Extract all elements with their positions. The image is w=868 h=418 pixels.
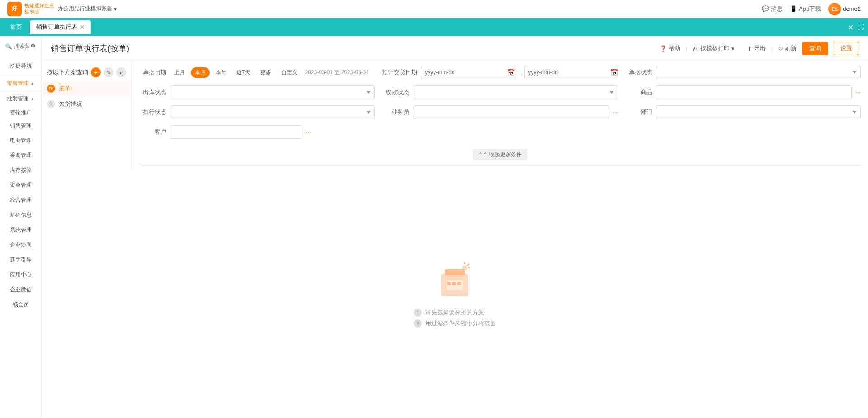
breadcrumb[interactable]: 办公用品行业模拟账套 ▾ xyxy=(58,5,117,13)
sidebar-item-ecommerce[interactable]: 电商管理 xyxy=(0,133,41,148)
delivery-status-field: 出库状态 xyxy=(139,86,375,99)
sidebar-section-wholesale: 批发管理 ▲ 营销推广 销售管理 xyxy=(0,91,41,133)
download-icon: 📱 xyxy=(790,5,797,12)
sidebar-sub-sales[interactable]: 销售管理 xyxy=(0,119,41,133)
collapse-sidebar-button[interactable]: « xyxy=(116,67,126,77)
sidebar: 🔍 搜索菜单 快捷导航 零售管理 ▲ 批发管理 ▲ 营销推广 销售管理 xyxy=(0,36,42,418)
filter-form: 单据日期 上月 本月 本年 近7天 更多 自定义 2023-03-01 至 20… xyxy=(132,60,868,170)
export-button[interactable]: ⬆ 导出 xyxy=(747,44,766,52)
sidebar-item-enterprise[interactable]: 企业协同 xyxy=(0,238,41,252)
empty-state: 1 请先选择要分析的方案 2 用过滤条件来缩小分析范围 xyxy=(414,258,496,330)
refresh-button[interactable]: ↻ 刷新 xyxy=(778,44,797,52)
filter-row-3: 执行状态 业务员 ··· 部门 xyxy=(139,105,861,119)
settings-button[interactable]: 设置 xyxy=(834,42,859,55)
expand-tab-action[interactable]: ⛶ xyxy=(857,23,864,32)
app-download-button[interactable]: 📱 App下载 xyxy=(790,5,821,13)
svg-rect-8 xyxy=(452,282,456,285)
date-tag-more[interactable]: 更多 xyxy=(256,67,275,78)
filter-sidebar: 按以下方案查询 + ✎ « 按 按单 欠 欠货情况 xyxy=(42,60,132,170)
payment-label: 收款状态 xyxy=(382,88,409,96)
filter-sidebar-header: 按以下方案查询 + ✎ « xyxy=(42,66,132,81)
customer-more-icon[interactable]: ··· xyxy=(306,128,311,136)
date-tag-this-month[interactable]: 本月 xyxy=(191,67,210,78)
filter-actions: + ✎ « xyxy=(91,67,126,77)
product-label: 商品 xyxy=(625,88,652,96)
print-icon: 🖨 xyxy=(693,45,698,52)
date-tag-7days[interactable]: 近7天 xyxy=(232,67,255,78)
close-tab-action[interactable]: ✕ xyxy=(848,23,854,32)
tab-bar: 首页 销售订单执行表 ✕ ✕ ⛶ xyxy=(0,18,868,36)
salesperson-more-icon[interactable]: ··· xyxy=(613,109,618,116)
department-select[interactable] xyxy=(656,105,861,119)
sidebar-section-retail: 零售管理 ▲ xyxy=(0,76,41,91)
add-plan-button[interactable]: + xyxy=(91,67,101,77)
message-button[interactable]: 💬 消息 xyxy=(762,5,783,13)
date-tag-custom[interactable]: 自定义 xyxy=(277,67,302,78)
department-field: 部门 xyxy=(625,105,861,119)
query-button[interactable]: 查询 xyxy=(802,42,828,55)
sidebar-item-management[interactable]: 经营管理 xyxy=(0,193,41,208)
date-calendar-icon-start[interactable]: 📅 xyxy=(507,69,515,76)
edit-plan-button[interactable]: ✎ xyxy=(104,67,113,77)
step-num-1: 1 xyxy=(414,309,422,317)
sidebar-item-member[interactable]: 畅会员 xyxy=(0,297,41,312)
salesperson-field: 业务员 ··· xyxy=(382,105,618,119)
filter-row-4: 客户 ··· xyxy=(139,125,861,139)
sidebar-item-finance[interactable]: 资金管理 xyxy=(0,178,41,193)
tab-close-icon[interactable]: ✕ xyxy=(80,24,85,30)
customer-input[interactable] xyxy=(170,125,302,139)
doc-status-select[interactable] xyxy=(656,66,861,79)
header-left: 好 畅捷通好生意 标准版 办公用品行业模拟账套 ▾ xyxy=(7,2,117,16)
data-area: 1 请先选择要分析的方案 2 用过滤条件来缩小分析范围 xyxy=(42,170,868,418)
date-label: 单据日期 xyxy=(139,68,166,76)
print-button[interactable]: 🖨 按模板打印 ▾ xyxy=(693,44,735,52)
sidebar-search-area: 🔍 搜索菜单 xyxy=(0,36,41,57)
date-tag-last-month[interactable]: 上月 xyxy=(170,67,189,78)
tab-home[interactable]: 首页 xyxy=(4,20,28,34)
collapse-icon: ⌃⌃ xyxy=(478,152,487,158)
collapse-button[interactable]: ⌃⌃ 收起更多条件 xyxy=(473,149,527,160)
date-calendar-icon-end[interactable]: 📅 xyxy=(610,69,618,76)
date-tag-this-year[interactable]: 本年 xyxy=(212,67,231,78)
svg-rect-1 xyxy=(445,269,465,276)
sidebar-item-app-center[interactable]: 应用中心 xyxy=(0,267,41,282)
username-label: demo2 xyxy=(843,5,861,12)
exec-status-select[interactable] xyxy=(170,105,375,119)
plan-item-shortage[interactable]: 欠 欠货情况 xyxy=(42,96,132,112)
step-num-2: 2 xyxy=(414,319,422,328)
svg-line-5 xyxy=(467,264,469,266)
sidebar-item-basic-info[interactable]: 基础信息 xyxy=(0,208,41,223)
expected-date-start[interactable] xyxy=(421,66,515,79)
plan-icon-order: 按 xyxy=(47,85,55,93)
sidebar-search[interactable]: 🔍 搜索菜单 xyxy=(0,40,41,53)
tab-sales-order[interactable]: 销售订单执行表 ✕ xyxy=(30,20,91,34)
product-input[interactable] xyxy=(656,86,852,99)
sidebar-item-retail[interactable]: 零售管理 ▲ xyxy=(0,76,41,91)
filter-row-2: 出库状态 收款状态 商品 ··· xyxy=(139,86,861,99)
header-right: 💬 消息 📱 App下载 Ea demo2 xyxy=(762,3,861,15)
sidebar-quick-nav: 快捷导航 xyxy=(0,57,41,76)
wholesale-arrow: ▲ xyxy=(30,96,35,101)
filter-panel: 按以下方案查询 + ✎ « 按 按单 欠 欠货情况 xyxy=(42,60,868,170)
sidebar-item-wholesale[interactable]: 批发管理 ▲ xyxy=(0,91,41,106)
expected-date-end[interactable] xyxy=(524,66,618,79)
product-more-icon[interactable]: ··· xyxy=(855,89,861,96)
department-label: 部门 xyxy=(625,108,652,116)
plan-item-order[interactable]: 按 按单 xyxy=(42,81,132,96)
payment-status-select[interactable] xyxy=(413,86,618,99)
salesperson-input[interactable] xyxy=(413,105,609,119)
sidebar-item-purchase[interactable]: 采购管理 xyxy=(0,148,41,163)
sidebar-item-system[interactable]: 系统管理 xyxy=(0,223,41,238)
date-field: 单据日期 上月 本月 本年 近7天 更多 自定义 2023-03-01 至 20… xyxy=(139,67,375,78)
sidebar-item-quick-nav[interactable]: 快捷导航 xyxy=(0,59,41,74)
doc-status-field: 单据状态 xyxy=(625,66,861,79)
sidebar-sub-marketing[interactable]: 营销推广 xyxy=(0,106,41,119)
logo-icon: 好 xyxy=(7,2,22,16)
page-title: 销售订单执行表(按单) xyxy=(51,43,129,54)
delivery-status-select[interactable] xyxy=(170,86,375,99)
sidebar-item-inventory[interactable]: 库存核算 xyxy=(0,163,41,178)
sidebar-item-wechat[interactable]: 企业微信 xyxy=(0,282,41,297)
help-button[interactable]: ❓ 帮助 xyxy=(660,44,680,52)
sidebar-item-newbie[interactable]: 新手引导 xyxy=(0,252,41,267)
user-profile[interactable]: Ea demo2 xyxy=(828,3,861,15)
